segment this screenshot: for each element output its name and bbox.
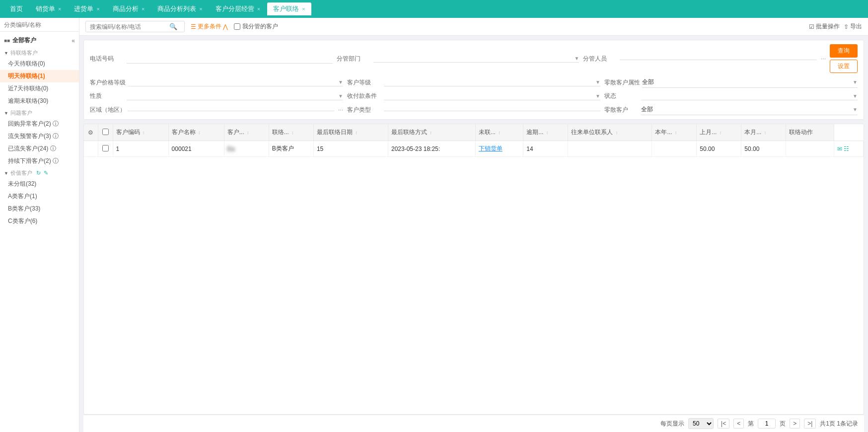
th-last-date[interactable]: 最后联络日期 ↕ — [313, 124, 388, 141]
th-this-month[interactable]: 本月... ↕ — [741, 124, 786, 141]
filter-panel: 电话号码 分管部门 ▼ 分管人员 — [83, 40, 864, 120]
export-label: 导出 — [850, 22, 862, 31]
last-page-btn[interactable]: >| — [804, 419, 816, 429]
region-label: 区域（地区） — [90, 106, 126, 114]
th-gear[interactable]: ⚙ — [84, 124, 98, 141]
collapse-icon[interactable]: « — [72, 37, 75, 44]
retail-customer-select[interactable]: 全部 ▼ — [641, 104, 858, 115]
nav-item-product-analysis[interactable]: 商品分析× — [107, 2, 150, 15]
select-all-checkbox[interactable] — [102, 129, 109, 135]
th-type[interactable]: 客户... ↕ — [224, 124, 269, 141]
page-size-select[interactable]: 50 100 200 — [688, 418, 714, 429]
sidebar-search-input[interactable] — [4, 21, 78, 28]
filter-dept: 分管部门 ▼ — [337, 55, 579, 63]
edit-icon[interactable]: ✎ — [44, 170, 48, 176]
dept-select[interactable]: ▼ — [373, 55, 579, 63]
filter-payment: 收付款条件 ▼ — [347, 92, 600, 100]
my-customers-checkbox[interactable] — [234, 23, 240, 30]
nav-item-sales[interactable]: 销货单× — [30, 2, 67, 15]
nav-close-product-analysis-list[interactable]: × — [199, 6, 202, 12]
sidebar-item-repurchase-abnormal[interactable]: 回购异常客户(2) ⓘ — [0, 118, 79, 130]
status-select[interactable]: ▼ — [641, 92, 858, 100]
manager-dots[interactable]: ··· — [821, 55, 826, 62]
nature-label: 性质 — [90, 92, 125, 100]
pending-group-label: 待联络客户 — [10, 49, 38, 57]
batch-ops-label: 批量操作 — [816, 22, 840, 31]
nature-select[interactable]: ▼ — [127, 92, 343, 100]
sidebar-item-unclassified[interactable]: 未分组(32) — [0, 178, 79, 190]
chevron-up-icon: ⋀ — [223, 23, 228, 30]
customer-type-label: 客户类型 — [347, 106, 382, 114]
next-page-btn[interactable]: > — [790, 419, 800, 429]
row-uncontacted: 14 — [523, 141, 568, 157]
total-label: 共1页 1条记录 — [820, 420, 858, 428]
th-overdue[interactable]: 逾期... ↕ — [523, 124, 568, 141]
first-page-btn[interactable]: |< — [718, 419, 729, 429]
my-customers-checkbox-label[interactable]: 我分管的客户 — [234, 22, 278, 31]
filter-manager: 分管人员 ··· — [583, 55, 826, 63]
retail-attr-select[interactable]: 全部 ▼ — [642, 77, 858, 88]
th-uncontacted[interactable]: 未联... ↕ — [475, 124, 523, 141]
manager-select[interactable] — [620, 58, 817, 60]
payment-select[interactable]: ▼ — [384, 92, 600, 100]
nav-close-customer-contact[interactable]: × — [302, 6, 305, 12]
th-last-method[interactable]: 最后联络方式 ↕ — [388, 124, 476, 141]
th-last-month[interactable]: 上月... ↕ — [697, 124, 741, 141]
nav-item-home[interactable]: 首页 — [4, 2, 29, 15]
retail-attr-arrow: ▼ — [853, 79, 858, 85]
sidebar-item-week[interactable]: 近7天待联络(0) — [0, 82, 79, 95]
setting-btn[interactable]: 设置 — [830, 60, 858, 73]
page-number-input[interactable] — [758, 419, 776, 429]
filter-status: 状态 ▼ — [604, 92, 858, 100]
per-page-label: 每页显示 — [660, 420, 684, 428]
toolbar-search-icon[interactable]: 🔍 — [169, 23, 177, 30]
sidebar-item-class-a[interactable]: A类客户(1) — [0, 190, 79, 203]
sidebar-all-customers[interactable]: ■■ 全部客户 « — [0, 34, 79, 47]
nav-close-sales[interactable]: × — [58, 6, 61, 12]
nav-item-customer-contact[interactable]: 客户联络× — [267, 2, 311, 15]
nav-item-product-analysis-list[interactable]: 商品分析列表× — [151, 2, 208, 15]
customer-level-select[interactable]: ▼ — [384, 78, 600, 86]
sidebar-item-class-c[interactable]: C类客户(6) — [0, 215, 79, 227]
row-name[interactable]: Ea — [224, 141, 269, 157]
refresh-icon[interactable]: ↻ — [36, 170, 41, 176]
th-contact-count[interactable]: 联络... ↕ — [269, 124, 313, 141]
nav-close-customer-layer[interactable]: × — [257, 6, 260, 12]
table-header-row: ⚙ 客户编码 ↕ 客户名称 ↕ 客户... ↕ 联络... ↕ 最后联络日期 ↕… — [84, 124, 864, 141]
nav-item-customer-layer[interactable]: 客户分层经营× — [210, 2, 266, 15]
sidebar-item-class-b[interactable]: B类客户(33) — [0, 203, 79, 215]
batch-ops-btn[interactable]: ☑ 批量操作 — [809, 22, 840, 31]
more-filters-btn[interactable]: ☰ 更多条件 ⋀ — [189, 21, 230, 32]
th-code[interactable]: 客户编码 ↕ — [113, 124, 168, 141]
sidebar-item-today[interactable]: 今天待联络(0) — [0, 58, 79, 70]
sidebar-item-overdue[interactable]: 逾期未联络(30) — [0, 95, 79, 107]
filter-row-3: 性质 ▼ 收付款条件 ▼ 状态 — [90, 92, 858, 100]
customer-type-select[interactable] — [384, 109, 600, 111]
prev-page-btn[interactable]: < — [733, 419, 744, 429]
sidebar-item-tomorrow[interactable]: 明天待联络(1) — [0, 70, 79, 82]
page-label: 第 — [748, 420, 754, 428]
export-btn[interactable]: ⇧ 导出 — [844, 22, 862, 31]
sidebar-item-declining[interactable]: 持续下滑客户(2) ⓘ — [0, 155, 79, 167]
phone-label: 电话号码 — [90, 55, 125, 63]
row-last-method[interactable]: 下销货单 — [475, 141, 523, 157]
nav-item-purchase[interactable]: 进货单× — [68, 2, 105, 15]
price-level-select[interactable]: ▼ — [128, 78, 343, 86]
region-select[interactable] — [128, 109, 334, 111]
th-this-year[interactable]: 本年... ↕ — [652, 124, 697, 141]
page-suffix: 页 — [780, 420, 786, 428]
sidebar-item-churned[interactable]: 已流失客户(24) ⓘ — [0, 143, 79, 155]
row-checkbox[interactable] — [102, 145, 109, 151]
sidebar-item-churn-warning[interactable]: 流失预警客户(3) ⓘ — [0, 130, 79, 143]
phone-input[interactable] — [127, 54, 333, 64]
region-dots[interactable]: ··· — [338, 106, 343, 113]
query-btn[interactable]: 查询 — [830, 44, 858, 58]
row-action[interactable]: ✉ ☷ — [834, 141, 863, 157]
filter-row-2: 客户价格等级 ▼ 客户等级 ▼ 零散客户属性 — [90, 77, 858, 88]
nav-close-product-analysis[interactable]: × — [142, 6, 145, 12]
toolbar-search-input[interactable] — [90, 23, 169, 30]
th-name[interactable]: 客户名称 ↕ — [168, 124, 224, 141]
nav-close-purchase[interactable]: × — [96, 6, 99, 12]
filter-actions: 查询 设置 — [830, 44, 858, 73]
th-unit-contact[interactable]: 往来单位联系人 ↕ — [568, 124, 652, 141]
